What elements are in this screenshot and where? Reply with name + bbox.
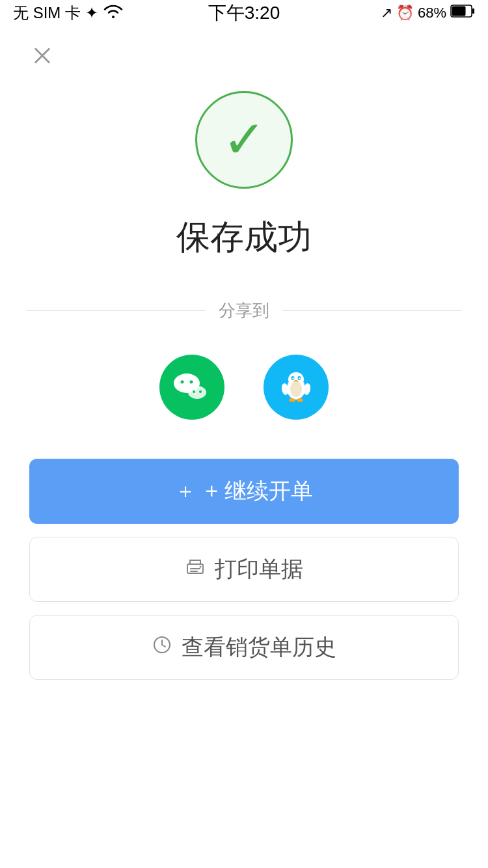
status-left: 无 SIM 卡 ✦ [13, 3, 123, 23]
action-buttons: ＋ + 继续开单 打印单据 查看销货单 [29, 459, 459, 680]
checkmark-icon: ✓ [223, 114, 266, 166]
battery-text: 68% [418, 5, 446, 21]
svg-point-5 [190, 381, 193, 384]
svg-point-7 [193, 390, 195, 393]
qq-icon [277, 368, 316, 407]
share-icons [26, 355, 462, 420]
location-icon: ↗ [381, 5, 392, 21]
svg-point-4 [181, 381, 184, 384]
svg-rect-22 [190, 568, 200, 569]
plus-icon: ＋ [175, 477, 196, 506]
print-label: 打印单据 [215, 554, 303, 584]
svg-point-17 [289, 398, 295, 402]
history-label: 查看销货单历史 [182, 632, 336, 662]
continue-order-button[interactable]: ＋ + 继续开单 [29, 459, 459, 524]
battery-icon [450, 5, 475, 21]
alarm-icon: ⏰ [396, 5, 414, 21]
success-title: 保存成功 [176, 215, 312, 260]
qq-share-button[interactable] [264, 355, 329, 420]
svg-point-24 [200, 566, 202, 568]
success-circle: ✓ [195, 91, 293, 189]
status-bar: 无 SIM 卡 ✦ 下午3:20 ↗ ⏰ 68% [0, 0, 488, 26]
printer-icon [185, 556, 206, 582]
divider-line-right [282, 310, 462, 311]
status-right: ↗ ⏰ 68% [381, 5, 475, 21]
svg-rect-2 [452, 7, 466, 16]
close-button[interactable] [26, 39, 59, 72]
status-time: 下午3:20 [208, 1, 280, 25]
svg-point-18 [297, 398, 303, 402]
svg-point-13 [292, 377, 293, 379]
continue-order-label: + 继续开单 [205, 476, 312, 506]
history-button[interactable]: 查看销货单历史 [29, 615, 459, 680]
svg-rect-1 [472, 8, 474, 14]
divider-line-left [26, 310, 206, 311]
print-button[interactable]: 打印单据 [29, 537, 459, 602]
share-divider: 分享到 [26, 299, 462, 322]
svg-point-14 [299, 377, 300, 379]
share-label: 分享到 [219, 299, 269, 322]
svg-point-16 [290, 381, 302, 397]
svg-point-8 [199, 390, 202, 393]
share-section: 分享到 [0, 299, 488, 420]
wechat-icon [172, 368, 211, 407]
main-content: ✓ 保存成功 分享到 [0, 26, 488, 680]
no-sim-text: 无 SIM 卡 ✦ [13, 3, 98, 23]
wifi-icon [103, 4, 123, 22]
history-icon [152, 634, 172, 660]
wechat-share-button[interactable] [159, 355, 224, 420]
svg-point-6 [188, 386, 206, 399]
svg-rect-23 [190, 571, 198, 572]
